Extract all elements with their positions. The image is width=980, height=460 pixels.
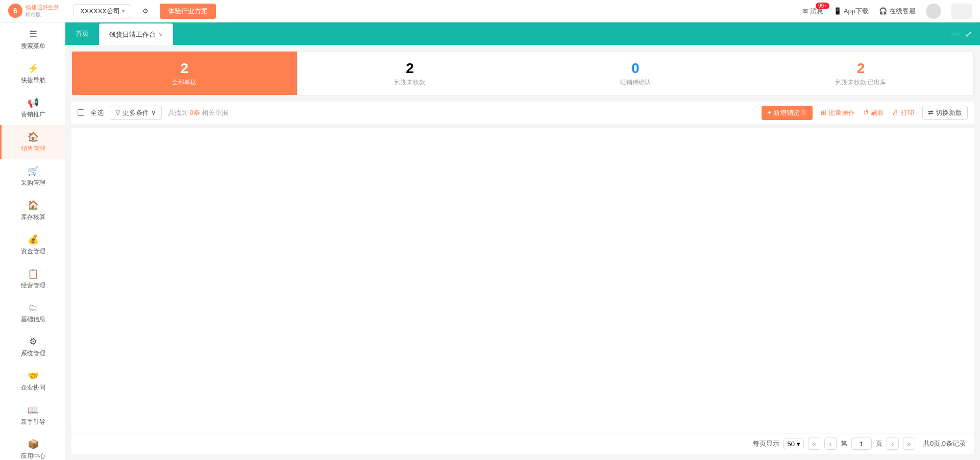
top-bar: 6 畅捷通好生意 标准版 XXXXXX公司 ▾ ⚙ 体验行业方案 ✉ 消息 99…	[0, 0, 980, 22]
tab-minimize-icon[interactable]: —	[951, 29, 959, 38]
sidebar-item-inventory[interactable]: 🏠 库存核算	[0, 193, 65, 228]
online-service-button[interactable]: 🎧 在线客服	[879, 7, 916, 16]
sidebar-item-sales[interactable]: 🏠 销售管理	[0, 125, 65, 159]
per-page-value: 50	[787, 440, 794, 448]
stat-number-all: 2	[82, 60, 287, 77]
select-all-checkbox[interactable]	[78, 109, 84, 116]
pagination-next-button[interactable]: ›	[887, 438, 899, 450]
refresh-icon: ↺	[863, 109, 869, 116]
page-number-input[interactable]	[851, 438, 872, 450]
tab-bar: 首页 钱货日清工作台 × — ⤢	[65, 22, 980, 45]
logo-area: 6 畅捷通好生意 标准版	[8, 4, 74, 18]
company-dropdown-arrow: ▾	[122, 8, 125, 14]
stat-label-shipped: 到期未收款 已出库	[758, 78, 963, 87]
batch-icon: ⊞	[821, 109, 826, 116]
purchase-icon: 🛒	[28, 165, 39, 177]
sidebar-item-label: 系统管理	[21, 349, 45, 358]
finance-icon: 💰	[28, 234, 39, 245]
message-badge: 99+	[816, 3, 829, 9]
tab-home[interactable]: 首页	[65, 22, 99, 45]
app-center-icon: 📦	[28, 439, 39, 450]
online-service-label: 在线客服	[889, 7, 916, 16]
message-button[interactable]: ✉ 消息 99+	[802, 7, 823, 16]
found-text: 共找到 0条 相关单据	[168, 108, 228, 117]
stat-card-pending[interactable]: 0 旺铺待确认	[523, 52, 749, 95]
add-sales-order-button[interactable]: + 新增销货单	[762, 106, 813, 120]
sidebar-item-label: 企业协同	[21, 383, 45, 392]
total-label: 共0页,0条记录	[923, 439, 966, 448]
filter-button[interactable]: ▽ 更多条件 ∨	[110, 106, 162, 120]
stat-label-pending: 旺铺待确认	[533, 78, 738, 87]
tab-maximize-icon[interactable]: ⤢	[965, 29, 972, 39]
toolbar-right: + 新增销货单 ⊞ 批量操作 ↺ 刷新 🖨 打印 ⇄	[762, 106, 968, 120]
tab-active-label: 钱货日清工作台	[109, 30, 156, 39]
user-avatar[interactable]	[926, 4, 941, 19]
found-count: 0条	[190, 109, 200, 116]
sidebar-item-label: 搜索菜单	[21, 42, 45, 51]
sidebar-item-marketing[interactable]: 📢 营销推广	[0, 91, 65, 125]
page-label-pre: 第	[841, 439, 847, 448]
filter-icon: ▽	[115, 109, 120, 116]
trial-button[interactable]: 体验行业方案	[160, 4, 216, 19]
select-all-label: 全选	[90, 108, 104, 117]
settings-button[interactable]: ⚙	[137, 3, 154, 19]
filter-arrow-icon: ∨	[151, 109, 156, 116]
company-selector[interactable]: XXXXXX公司 ▾	[74, 4, 131, 18]
stat-card-overdue[interactable]: 2 到期未收款	[298, 52, 523, 95]
sidebar-item-guide[interactable]: 📖 新手引导	[0, 398, 65, 432]
stat-label-all: 全部单据	[82, 78, 287, 87]
sidebar-item-search-menu[interactable]: ☰ 搜索菜单	[0, 22, 65, 57]
logo-text: 畅捷通好生意	[26, 4, 59, 11]
per-page-arrow: ▾	[797, 440, 800, 448]
switch-label: 切换新版	[936, 108, 962, 117]
sidebar-item-basic-info[interactable]: 🗂 基础信息	[0, 296, 65, 330]
stat-card-all[interactable]: 2 全部单据	[72, 52, 298, 95]
marketing-icon: 📢	[28, 97, 39, 108]
top-right: ✉ 消息 99+ 📱 App下载 🎧 在线客服	[802, 4, 972, 19]
tab-active[interactable]: 钱货日清工作台 ×	[99, 23, 173, 46]
sidebar-item-operations[interactable]: 📋 经营管理	[0, 262, 65, 296]
switch-icon: ⇄	[928, 109, 934, 116]
tab-home-label: 首页	[76, 29, 89, 38]
batch-label: 批量操作	[828, 108, 855, 117]
pagination-last-button[interactable]: »	[903, 438, 915, 450]
message-icon: ✉	[802, 7, 808, 15]
table-footer: 每页显示 50 ▾ « ‹ 第 页 › » 共0页,0条记录	[71, 433, 974, 454]
sidebar-item-quick-nav[interactable]: ⚡ 快捷导航	[0, 57, 65, 91]
sidebar-item-app-center[interactable]: 📦 应用中心	[0, 432, 65, 460]
toolbar: 全选 ▽ 更多条件 ∨ 共找到 0条 相关单据 + 新增销货单 ⊞ 批量操作	[71, 102, 974, 124]
stats-row: 2 全部单据 2 到期未收款 0 旺铺待确认 2 到期未收款 已出库	[71, 51, 974, 95]
per-page-select[interactable]: 50 ▾	[783, 439, 803, 449]
sidebar-item-purchase[interactable]: 🛒 采购管理	[0, 159, 65, 193]
table-area	[71, 128, 974, 433]
basic-info-icon: 🗂	[29, 302, 38, 313]
user-name-area[interactable]	[951, 4, 972, 19]
download-icon: 📱	[834, 7, 842, 15]
pagination-first-button[interactable]: «	[808, 438, 820, 450]
refresh-button[interactable]: ↺ 刷新	[863, 108, 884, 117]
pagination-prev-button[interactable]: ‹	[824, 438, 837, 450]
main-container: ☰ 搜索菜单 ⚡ 快捷导航 📢 营销推广 🏠 销售管理 🛒 采购管理 🏠 库存核…	[0, 22, 980, 460]
sidebar: ☰ 搜索菜单 ⚡ 快捷导航 📢 营销推广 🏠 销售管理 🛒 采购管理 🏠 库存核…	[0, 22, 65, 460]
page-label-post: 页	[876, 439, 883, 448]
switch-version-button[interactable]: ⇄ 切换新版	[922, 106, 968, 120]
sales-icon: 🏠	[28, 131, 39, 142]
found-prefix: 共找到	[168, 109, 188, 116]
sidebar-item-label: 应用中心	[21, 452, 45, 460]
sidebar-item-cooperation[interactable]: 🤝 企业协同	[0, 364, 65, 398]
sidebar-item-label: 新手引导	[21, 418, 45, 426]
print-button[interactable]: 🖨 打印	[892, 108, 914, 117]
sidebar-item-finance[interactable]: 💰 资金管理	[0, 228, 65, 262]
print-label: 打印	[901, 108, 914, 117]
batch-operation-button[interactable]: ⊞ 批量操作	[821, 108, 855, 117]
sidebar-item-label: 快捷导航	[21, 76, 45, 85]
app-download-label: App下载	[844, 7, 869, 16]
app-download-button[interactable]: 📱 App下载	[834, 7, 869, 16]
stat-number-overdue: 2	[308, 60, 512, 77]
stat-number-pending: 0	[533, 60, 738, 77]
stat-card-shipped[interactable]: 2 到期未收款 已出库	[748, 52, 973, 95]
sidebar-item-system[interactable]: ⚙ 系统管理	[0, 330, 65, 364]
tab-close-icon[interactable]: ×	[159, 31, 163, 39]
content-area: 首页 钱货日清工作台 × — ⤢ 2 全部单据 2 到期未收款	[65, 22, 980, 460]
table-empty	[71, 128, 974, 433]
